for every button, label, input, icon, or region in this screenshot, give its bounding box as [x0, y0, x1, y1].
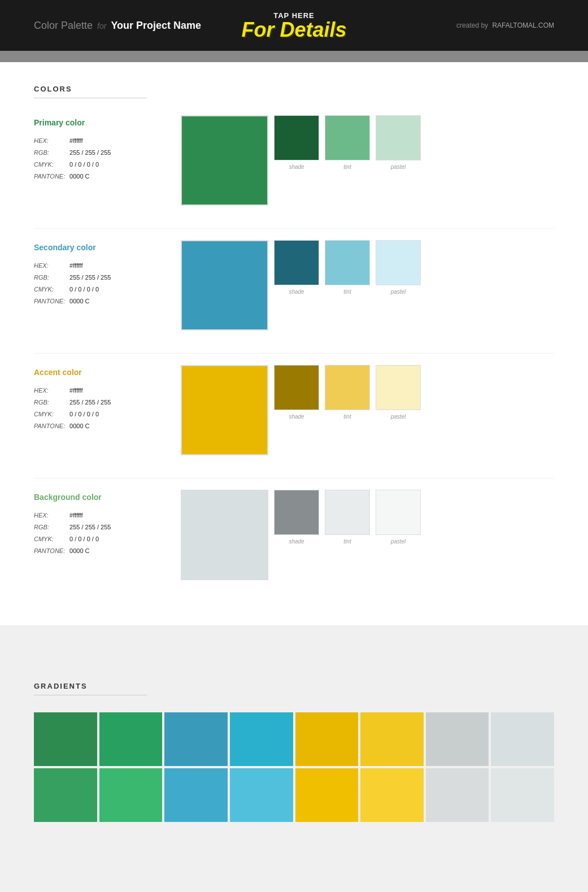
color-separator-1	[34, 353, 554, 354]
tint-label: tint	[343, 164, 351, 170]
colors-section-title: COLORS	[34, 85, 147, 98]
color-props-accent: HEX: #ffffff RGB: 255 / 255 / 255 CMYK: …	[34, 385, 181, 432]
hex-label: HEX:	[34, 260, 68, 272]
pastel-item-background: pastel	[376, 490, 421, 545]
tint-item-accent: tint	[325, 365, 370, 420]
header-left: Color Palette for Your Project Name	[34, 20, 201, 32]
shade-label: shade	[289, 164, 304, 170]
shade-swatch-primary	[274, 115, 319, 160]
pastel-swatch-primary	[376, 115, 421, 160]
gradients-section: GRADIENTS	[0, 659, 588, 845]
pastel-label: pastel	[391, 289, 406, 295]
color-name-accent: Accent color	[34, 368, 181, 377]
cmyk-label: CMYK:	[34, 284, 68, 295]
color-swatches-secondary: shade tint pastel	[181, 240, 421, 330]
color-section-background: Background color HEX: #ffffff RGB: 255 /…	[34, 490, 554, 580]
variant-group-accent: shade tint pastel	[274, 365, 421, 420]
tint-item-background: tint	[325, 490, 370, 545]
header-for: for	[97, 21, 106, 31]
tint-swatch-primary	[325, 115, 370, 160]
gradient-cell-14	[426, 768, 489, 822]
section-spacer	[0, 625, 588, 648]
tap-here-banner[interactable]: TAP HERE For Details	[241, 11, 346, 40]
main-swatch-accent	[181, 365, 268, 455]
gradient-cell-9	[99, 768, 163, 822]
variant-group-background: shade tint pastel	[274, 490, 421, 545]
header-title: Color Palette	[34, 20, 93, 32]
color-section-secondary: Secondary color HEX: #ffffff RGB: 255 / …	[34, 240, 554, 330]
color-section-primary: Primary color HEX: #ffffff RGB: 255 / 25…	[34, 115, 554, 206]
color-separator-2	[34, 478, 554, 478]
gradient-cell-13	[360, 768, 424, 822]
color-name-background: Background color	[34, 493, 181, 502]
tint-label: tint	[343, 414, 351, 420]
pastel-item-secondary: pastel	[376, 240, 421, 295]
color-name-primary: Primary color	[34, 118, 181, 127]
shade-swatch-background	[274, 490, 319, 535]
pastel-swatch-background	[376, 490, 421, 535]
gradients-section-title: GRADIENTS	[34, 682, 147, 695]
color-info-secondary: Secondary color HEX: #ffffff RGB: 255 / …	[34, 240, 181, 330]
gradient-cell-2	[164, 712, 228, 766]
pastel-label: pastel	[391, 414, 406, 420]
created-by-label: created by	[456, 21, 488, 29]
hex-label: HEX:	[34, 385, 68, 397]
gradient-cell-5	[360, 712, 424, 766]
header-project-name: Your Project Name	[111, 20, 201, 32]
shade-swatch-accent	[274, 365, 319, 410]
pastel-item-primary: pastel	[376, 115, 421, 170]
variant-group-secondary: shade tint pastel	[274, 240, 421, 295]
color-info-background: Background color HEX: #ffffff RGB: 255 /…	[34, 490, 181, 580]
tint-swatch-background	[325, 490, 370, 535]
tint-label: tint	[343, 289, 351, 295]
color-info-primary: Primary color HEX: #ffffff RGB: 255 / 25…	[34, 115, 181, 206]
pastel-label: pastel	[391, 164, 406, 170]
header-credits: created by RAFALTOMAL.COM	[456, 21, 554, 29]
cmyk-label: CMYK:	[34, 159, 68, 171]
gradient-cell-3	[230, 712, 293, 766]
shade-item-primary: shade	[274, 115, 319, 170]
shade-item-secondary: shade	[274, 240, 319, 295]
gradient-grid	[34, 712, 554, 822]
gradient-cell-0	[34, 712, 97, 766]
main-content: COLORS Primary color HEX: #ffffff RGB: 2…	[0, 62, 588, 625]
tint-swatch-secondary	[325, 240, 370, 285]
pastel-swatch-accent	[376, 365, 421, 410]
gradient-cell-11	[230, 768, 293, 822]
tint-swatch-accent	[325, 365, 370, 410]
gray-bar	[0, 51, 588, 62]
tint-label: tint	[343, 538, 351, 545]
rgb-label: RGB:	[34, 147, 68, 159]
pantone-label: PANTONE:	[34, 295, 68, 307]
gradient-cell-15	[491, 768, 554, 822]
rgb-label: RGB:	[34, 272, 68, 284]
gradient-cell-6	[426, 712, 489, 766]
color-props-background: HEX: #ffffff RGB: 255 / 255 / 255 CMYK: …	[34, 510, 181, 557]
gradient-cell-4	[295, 712, 359, 766]
color-swatches-background: shade tint pastel	[181, 490, 421, 580]
for-details-text: For Details	[241, 20, 346, 40]
main-swatch-primary	[181, 115, 268, 206]
cmyk-label: CMYK:	[34, 408, 68, 420]
tint-item-secondary: tint	[325, 240, 370, 295]
color-props-secondary: HEX: #ffffff RGB: 255 / 255 / 255 CMYK: …	[34, 260, 181, 307]
color-swatches-primary: shade tint pastel	[181, 115, 421, 206]
tint-item-primary: tint	[325, 115, 370, 170]
pantone-label: PANTONE:	[34, 545, 68, 557]
pastel-item-accent: pastel	[376, 365, 421, 420]
hex-label: HEX:	[34, 135, 68, 147]
shade-swatch-secondary	[274, 240, 319, 285]
hex-label: HEX:	[34, 510, 68, 521]
color-separator-0	[34, 228, 554, 229]
gradient-cell-1	[99, 712, 163, 766]
shade-item-background: shade	[274, 490, 319, 545]
shade-label: shade	[289, 538, 304, 545]
rgb-label: RGB:	[34, 521, 68, 533]
pastel-swatch-secondary	[376, 240, 421, 285]
color-props-primary: HEX: #ffffff RGB: 255 / 255 / 255 CMYK: …	[34, 135, 181, 182]
shade-item-accent: shade	[274, 365, 319, 420]
gradient-cell-7	[491, 712, 554, 766]
pantone-label: PANTONE:	[34, 171, 68, 182]
pastel-label: pastel	[391, 538, 406, 545]
color-swatches-accent: shade tint pastel	[181, 365, 421, 455]
